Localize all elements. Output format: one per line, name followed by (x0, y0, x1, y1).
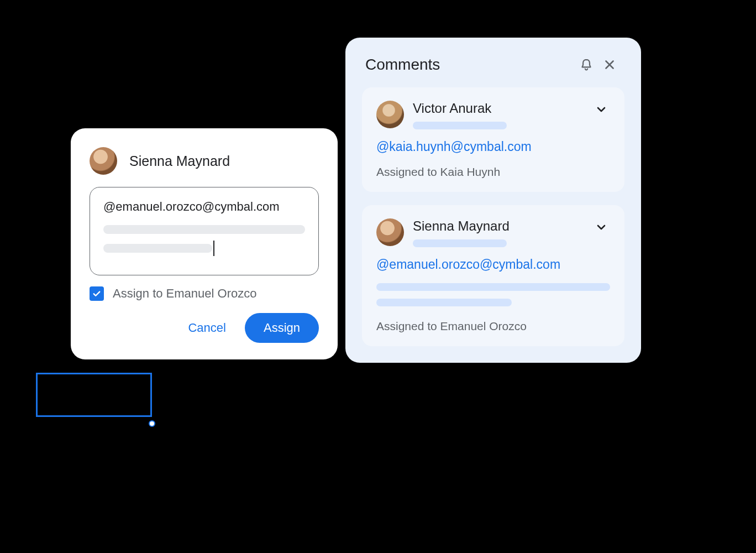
assign-checkbox[interactable] (90, 286, 104, 301)
expand-button[interactable] (592, 101, 610, 121)
assign-row: Assign to Emanuel Orozco (90, 286, 319, 301)
avatar (376, 101, 404, 128)
assign-button[interactable]: Assign (245, 313, 319, 343)
cancel-button[interactable]: Cancel (174, 314, 240, 342)
comment-meta-placeholder (413, 122, 507, 129)
avatar (90, 147, 117, 175)
panel-title: Comments (365, 56, 575, 74)
text-placeholder-line (103, 244, 212, 253)
comment-body-placeholder (376, 283, 610, 291)
comment-header: Victor Anurak (376, 101, 610, 129)
comment-card[interactable]: Sienna Maynard @emanuel.orozco@cymbal.co… (362, 205, 624, 346)
comment-card[interactable]: Victor Anurak @kaia.huynh@cymbal.com Ass… (362, 87, 624, 192)
bell-icon (579, 58, 594, 72)
comment-textarea[interactable]: @emanuel.orozco@cymbal.com (90, 187, 319, 275)
compose-header: Sienna Maynard (90, 147, 319, 175)
comments-panel: Comments Victor Anurak @kaia.huynh@cymba… (345, 38, 641, 363)
chevron-down-icon (595, 221, 608, 234)
cell-selection-outline (36, 373, 152, 417)
panel-header: Comments (362, 53, 624, 76)
assigned-to-label: Assigned to Emanuel Orozco (376, 320, 610, 333)
assigned-to-label: Assigned to Kaia Huynh (376, 165, 610, 179)
notifications-button[interactable] (575, 53, 598, 76)
button-row: Cancel Assign (90, 313, 319, 343)
chevron-down-icon (595, 103, 608, 116)
comment-author-name: Sienna Maynard (413, 218, 584, 234)
avatar (376, 218, 404, 246)
comment-body-placeholder (376, 299, 512, 306)
comment-compose-card: Sienna Maynard @emanuel.orozco@cymbal.co… (71, 128, 338, 359)
text-placeholder-line (103, 225, 305, 234)
check-icon (92, 289, 102, 299)
comment-mention[interactable]: @emanuel.orozco@cymbal.com (376, 257, 610, 272)
comment-header: Sienna Maynard (376, 218, 610, 247)
comment-mention[interactable]: @kaia.huynh@cymbal.com (376, 139, 610, 154)
selection-handle[interactable] (149, 420, 155, 427)
assign-label: Assign to Emanuel Orozco (113, 286, 256, 301)
text-caret (213, 241, 214, 256)
close-button[interactable] (598, 53, 621, 76)
expand-button[interactable] (592, 218, 610, 238)
comment-author-name: Victor Anurak (413, 101, 584, 116)
mention-chip: @emanuel.orozco@cymbal.com (103, 200, 305, 214)
compose-author-name: Sienna Maynard (129, 153, 230, 169)
comment-meta-placeholder (413, 239, 507, 247)
close-icon (602, 58, 617, 72)
